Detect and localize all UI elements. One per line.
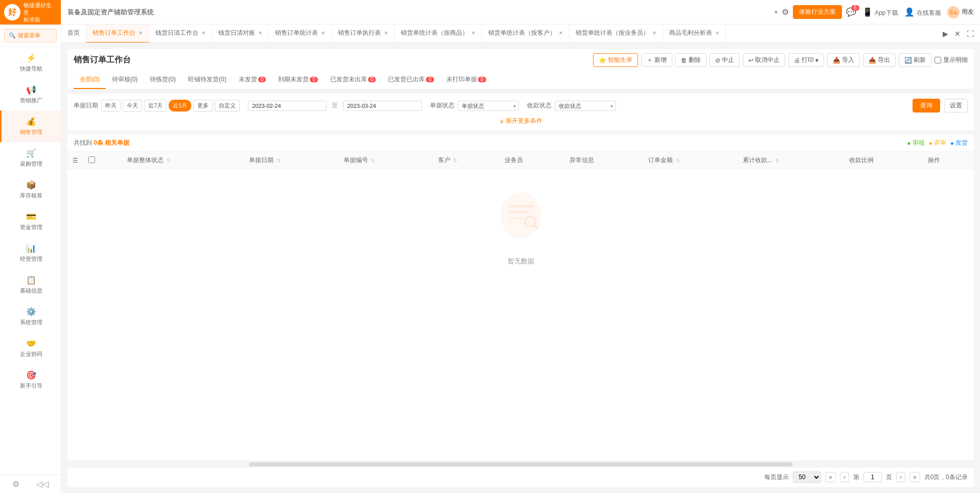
sidebar-nav-basic-info[interactable]: 📋 基础信息 (0, 269, 61, 301)
sort-date-icon[interactable]: ⇅ (277, 158, 281, 163)
industry-solution-button[interactable]: 体验行业方案 (793, 5, 842, 19)
sort-number-icon[interactable]: ⇅ (371, 158, 375, 163)
filter-tab-not-shipped[interactable]: 未发货0 (233, 71, 272, 89)
filter-tab-not-printed[interactable]: 未打印单据0 (440, 71, 492, 89)
topbar-settings-icon[interactable]: ⚙ (782, 7, 789, 17)
tab-close-sales-stats-customer-icon[interactable]: ✕ (559, 30, 563, 36)
refresh-button[interactable]: 🔄 刷新 (899, 53, 931, 67)
tab-close-sales-stats-product-icon[interactable]: ✕ (471, 30, 475, 36)
per-page-select[interactable]: 50 10 20 100 (793, 472, 821, 483)
table-scroll[interactable]: ☰ 单据整体状态 ⇅ 单据日期 ⇅ (67, 152, 974, 461)
delete-button[interactable]: 🗑 删除 (675, 53, 706, 67)
sidebar-nav-system[interactable]: ⚙️ 系统管理 (0, 301, 61, 332)
sort-status-icon[interactable]: ⇅ (166, 158, 170, 163)
tab-close-gross-margin-icon[interactable]: ✕ (715, 30, 719, 36)
tab-fullscreen-button[interactable]: ⛶ (965, 29, 976, 39)
bulk-audit-button[interactable]: ● 审核 (907, 139, 924, 147)
filter-tab-expired[interactable]: 到期未发货0 (272, 71, 324, 89)
payment-select[interactable]: 收款状态 (555, 101, 616, 111)
sort-customer-icon[interactable]: ⇅ (453, 158, 457, 163)
tab-close-cash-daily-icon[interactable]: ✕ (201, 30, 206, 36)
filter-tab-all[interactable]: 全部(0) (74, 71, 106, 89)
search-menu-button[interactable]: 🔍 搜索菜单 (4, 29, 57, 42)
sort-collected-icon[interactable]: ⇅ (775, 158, 779, 163)
date-shortcut-1month[interactable]: 近1月 (169, 100, 191, 111)
filter-tab-shipped-not-out[interactable]: 已发货未出库0 (324, 71, 382, 89)
tab-close-all-button[interactable]: ✕ (952, 29, 963, 39)
sort-amount-icon[interactable]: ⇅ (676, 158, 680, 163)
date-shortcut-more[interactable]: 更多 (193, 100, 213, 111)
expand-more-button[interactable]: ∨ 展开更多条件 (499, 117, 542, 125)
tab-close-sales-stats-staff-icon[interactable]: ✕ (652, 30, 656, 36)
import-button[interactable]: 📥 导入 (827, 53, 860, 67)
first-page-button[interactable]: « (825, 472, 836, 482)
stop-button[interactable]: ⊘ 中止 (710, 53, 740, 67)
filter-tab-wangpu[interactable]: 旺铺待发货(0) (182, 71, 233, 89)
prev-page-button[interactable]: ‹ (840, 472, 849, 482)
show-detail-input[interactable] (935, 57, 941, 63)
app-download-button[interactable]: 📱 App下载 (862, 7, 898, 17)
online-service-button[interactable]: 👤 在线客服 (904, 7, 941, 17)
sidebar-nav-enterprise[interactable]: 🤝 企业协同 (0, 332, 61, 364)
sidebar-nav-sales[interactable]: 💰 销售管理 (0, 110, 61, 142)
tab-sales-stats-by-staff[interactable]: 销货单统计表（按业务员） ✕ (569, 25, 663, 43)
sidebar-settings-btn[interactable]: ⚙ (12, 479, 19, 489)
th-settings[interactable]: ☰ (67, 152, 83, 169)
cancel-stop-button[interactable]: ↩ 取消中止 (743, 53, 785, 67)
message-button[interactable]: 💬 6 (846, 7, 856, 17)
tab-close-cash-reconcile-icon[interactable]: ✕ (258, 30, 262, 36)
search-settings-button[interactable]: 设置 (944, 99, 968, 113)
date-from-input[interactable] (248, 101, 327, 111)
tab-cash-reconcile[interactable]: 钱货日清对账 ✕ (212, 25, 269, 43)
print-button[interactable]: 🖨 打印 ▾ (788, 53, 824, 67)
page-number-input[interactable] (863, 472, 882, 482)
tab-sales-stats-by-customer[interactable]: 销货单统计表（按客户） ✕ (482, 25, 569, 43)
show-detail-toggle[interactable]: 显示明细 (935, 56, 968, 64)
tab-close-sales-order-exec-icon[interactable]: ✕ (384, 30, 388, 36)
sidebar-nav-marketing[interactable]: 📢 营销推广 (0, 79, 61, 110)
stop-icon: ⊘ (715, 57, 720, 64)
date-shortcut-today[interactable]: 今天 (123, 100, 142, 111)
sidebar-nav-quick[interactable]: ⚡ 快捷导航 (0, 47, 61, 79)
filter-tab-shipped-out[interactable]: 已发货已出库0 (382, 71, 440, 89)
horizontal-scrollbar[interactable] (67, 461, 974, 467)
sidebar-nav-finance[interactable]: 💳 资金管理 (0, 206, 61, 237)
status-select[interactable]: 单据状态 (458, 101, 519, 111)
bulk-cancel-audit-button[interactable]: ● 弃审 (929, 139, 946, 147)
sidebar-nav-inventory[interactable]: 📦 库存核算 (0, 174, 61, 206)
add-button[interactable]: ＋ 新增 (641, 53, 672, 67)
next-page-button[interactable]: › (896, 472, 905, 482)
date-shortcut-custom[interactable]: 自定义 (215, 100, 240, 111)
tab-home[interactable]: 首页 (61, 25, 86, 43)
user-menu[interactable]: Ea 用友 (947, 6, 974, 18)
topbar-dropdown-icon[interactable]: ▾ (774, 9, 778, 16)
th-checkbox-col[interactable] (83, 152, 122, 169)
tab-sales-stats-by-product[interactable]: 销货单统计表（按商品） ✕ (395, 25, 482, 43)
sidebar-nav-operation[interactable]: 📊 经营管理 (0, 237, 61, 269)
select-all-checkbox[interactable] (88, 156, 95, 163)
smart-create-button[interactable]: ⭐ 智能生单 (593, 53, 638, 67)
date-shortcut-yesterday[interactable]: 昨天 (101, 100, 121, 111)
tab-close-sales-order-stats-icon[interactable]: ✕ (321, 30, 325, 36)
sidebar-nav-purchase[interactable]: 🛒 采购管理 (0, 142, 61, 174)
sidebar-nav-guide[interactable]: 🎯 新手引导 (0, 364, 61, 396)
tab-sales-order-workspace[interactable]: 销售订单工作台 ✕ (86, 25, 149, 43)
tab-more-button[interactable]: ▶ (941, 29, 950, 39)
tab-sales-order-exec[interactable]: 销售订单执行表 ✕ (332, 25, 395, 43)
date-shortcut-7days[interactable]: 近7天 (144, 100, 167, 111)
export-button[interactable]: 📤 导出 (863, 53, 896, 67)
col-settings-icon[interactable]: ☰ (73, 157, 78, 164)
tab-gross-margin[interactable]: 商品毛利分析表 ✕ (663, 25, 726, 43)
bulk-deliver-button[interactable]: ● 发货 (950, 139, 968, 147)
last-page-button[interactable]: » (909, 472, 920, 482)
query-button[interactable]: 查询 (913, 99, 940, 113)
sidebar-search[interactable]: 🔍 搜索菜单 (0, 25, 61, 47)
tab-sales-order-stats[interactable]: 销售订单统计表 ✕ (269, 25, 332, 43)
tab-cash-daily[interactable]: 钱货日清工作台 ✕ (149, 25, 212, 43)
filter-tab-pending-pickup[interactable]: 待拣货(0) (144, 71, 182, 89)
sidebar-collapse-btn[interactable]: ◁◁ (36, 479, 49, 489)
tab-close-icon[interactable]: ✕ (139, 30, 143, 36)
enterprise-icon: 🤝 (26, 339, 36, 348)
filter-tab-pending-audit[interactable]: 待审核(0) (106, 71, 144, 89)
date-to-input[interactable] (343, 101, 422, 111)
